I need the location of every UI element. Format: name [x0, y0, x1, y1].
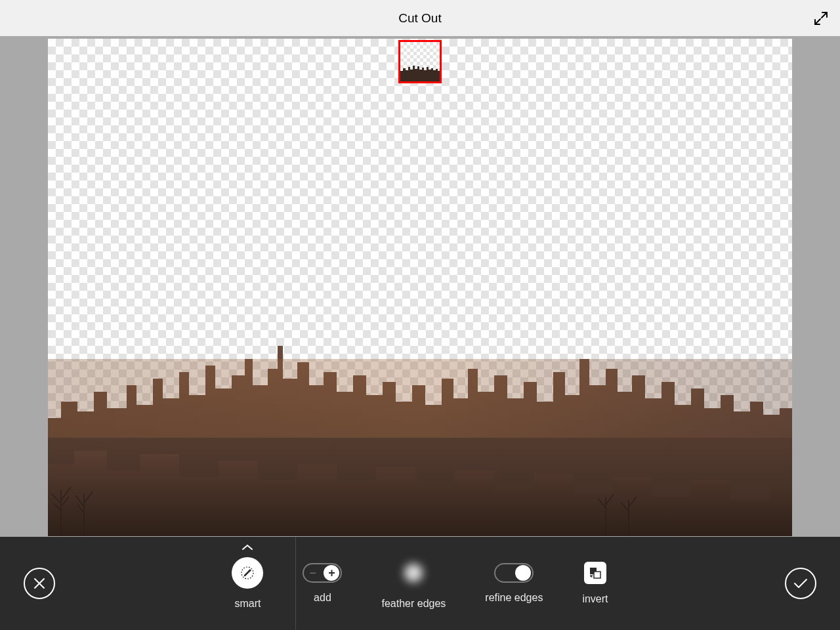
invert-tool[interactable]: invert [582, 562, 608, 605]
invert-tool-label: invert [582, 593, 608, 605]
add-tool[interactable]: − + add [303, 563, 342, 604]
feather-edges-button[interactable] [398, 557, 429, 589]
minus-icon: − [309, 567, 316, 579]
feather-edges-tool[interactable]: feather edges [381, 557, 446, 610]
bottom-toolbar: smart − + add feather edges refine edges [0, 537, 840, 630]
chevron-up-icon [242, 541, 253, 553]
refine-edges-toggle[interactable] [494, 563, 534, 583]
thumbnail-skyline-icon [400, 63, 440, 81]
invert-button[interactable] [584, 562, 606, 584]
header-bar: Cut Out [0, 0, 840, 36]
svg-rect-4 [594, 572, 600, 578]
navigator-thumbnail[interactable] [398, 40, 442, 83]
check-icon [793, 577, 808, 590]
feather-dot-icon [404, 564, 423, 582]
editing-canvas[interactable] [48, 39, 792, 536]
smart-tool-button[interactable] [232, 557, 263, 589]
fullscreen-button[interactable] [814, 11, 828, 26]
expand-icon [814, 11, 828, 26]
page-title: Cut Out [398, 11, 441, 26]
plus-icon: + [324, 565, 339, 581]
smart-tool[interactable]: smart [232, 557, 263, 610]
svg-point-2 [249, 569, 251, 571]
skyline-image [48, 339, 792, 536]
refine-edges-tool[interactable]: refine edges [485, 563, 543, 604]
add-tool-label: add [314, 592, 331, 604]
invert-icon [588, 566, 602, 580]
confirm-button[interactable] [785, 568, 816, 599]
feather-edges-label: feather edges [381, 598, 446, 610]
refine-edges-label: refine edges [485, 592, 543, 604]
magic-wand-icon [238, 564, 257, 582]
cancel-button[interactable] [24, 568, 55, 599]
svg-rect-0 [48, 359, 792, 438]
workspace [0, 36, 840, 537]
toggle-knob-icon [515, 565, 531, 581]
add-toggle[interactable]: − + [303, 563, 342, 583]
smart-tool-label: smart [234, 598, 261, 610]
close-icon [33, 577, 46, 590]
